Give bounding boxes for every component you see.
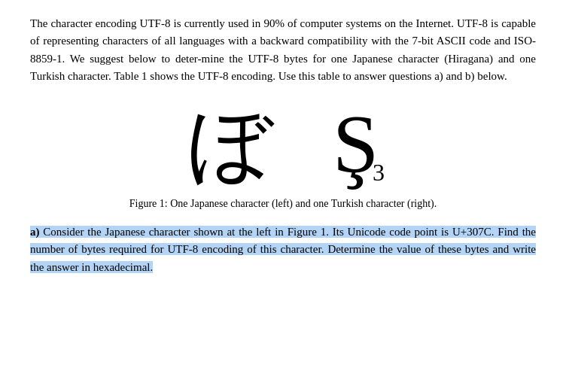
question-a-highlight: this character: [260, 243, 321, 255]
turkish-character: Ş: [333, 103, 379, 186]
characters-row: ぼ Ş3: [187, 103, 379, 186]
japanese-character: ぼ: [187, 103, 272, 186]
question-a-label: a): [30, 226, 40, 238]
intro-paragraph: The character encoding UTF-8 is currentl…: [30, 15, 536, 85]
question-a-block: a) Consider the Japanese character shown…: [30, 223, 536, 276]
turkish-character-wrapper: Ş3: [333, 103, 379, 186]
figure-caption: Figure 1: One Japanese character (left) …: [129, 198, 437, 210]
question-a-highlighted-block: a) Consider the Japanese character shown…: [30, 226, 536, 273]
question-section: a) Consider the Japanese character shown…: [30, 223, 536, 276]
figure-container: ぼ Ş3 Figure 1: One Japanese character (l…: [30, 103, 536, 210]
turkish-subscript: 3: [373, 160, 385, 184]
